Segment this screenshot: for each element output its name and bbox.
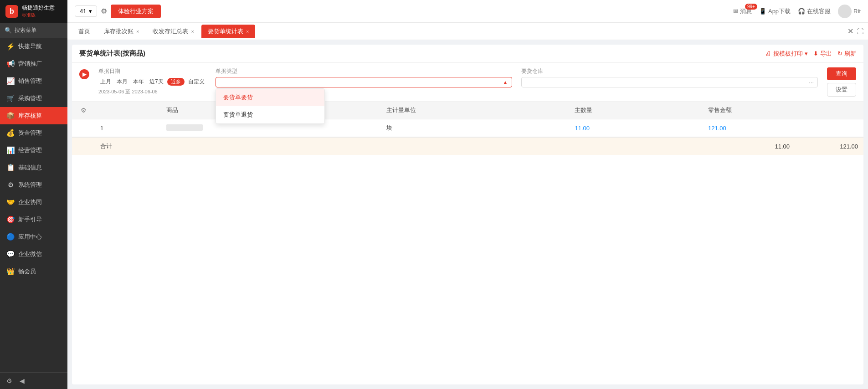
user-profile[interactable]: Rit — [838, 5, 861, 18]
print-icon: 🖨 — [765, 50, 771, 57]
sidebar-item-purchase[interactable]: 🛒采购管理 — [0, 90, 67, 107]
close-all-tabs-button[interactable]: ✕ — [847, 27, 853, 36]
col-amount: 零售金额 — [703, 102, 863, 119]
app-name: 畅捷通好生意 — [22, 5, 55, 12]
sidebar-search-label: 搜索菜单 — [15, 26, 36, 34]
tab-close-inventory-batch[interactable]: × — [136, 29, 139, 34]
cell-quantity: 11.00 — [569, 119, 703, 137]
type-filter-arrow-icon[interactable]: ▲ — [503, 79, 508, 86]
company-selector[interactable]: 41 ▾ — [75, 5, 97, 17]
tab-receive-summary[interactable]: 收发存汇总表× — [146, 25, 200, 38]
sidebar-item-inventory[interactable]: 📦库存核算 — [0, 107, 67, 124]
date-opt-more[interactable]: 近多 — [167, 78, 185, 86]
date-opt-this-year[interactable]: 本年 — [131, 77, 146, 87]
footer-total-label: 合计 — [77, 142, 112, 150]
sidebar-icon-system: ⚙ — [6, 181, 15, 189]
sidebar-icon-purchase: 🛒 — [6, 94, 15, 102]
date-opt-custom[interactable]: 自定义 — [186, 77, 206, 87]
quantity-link[interactable]: 11.00 — [575, 125, 590, 132]
filter-expand-button[interactable]: ▶ — [79, 69, 89, 79]
export-button[interactable]: ⬇ 导出 — [813, 50, 832, 58]
sidebar-nav: ⚡快捷导航📢营销推广📈销售管理🛒采购管理📦库存核算💰资金管理📊经营管理📋基础信息… — [0, 38, 67, 372]
warehouse-more-icon[interactable]: ··· — [809, 79, 814, 86]
avatar — [838, 5, 852, 18]
tab-close-request-summary[interactable]: × — [246, 29, 249, 34]
app-download-button[interactable]: 📱 App下载 — [759, 7, 791, 15]
sidebar-item-quick-nav[interactable]: ⚡快捷导航 — [0, 38, 67, 55]
cell-amount: 121.00 — [703, 119, 863, 137]
footer-amount: 121.00 — [822, 143, 858, 150]
date-filter-label: 单据日期 — [98, 67, 206, 75]
date-opt-last-month[interactable]: 上月 — [98, 77, 113, 87]
topbar-gear-icon[interactable]: ⚙ — [101, 7, 107, 15]
tab-request-summary[interactable]: 要货单统计表× — [201, 25, 255, 38]
warehouse-filter-group: 要货仓库 ··· — [521, 67, 818, 87]
trial-button[interactable]: 体验行业方案 — [111, 5, 161, 18]
sidebar-item-guide[interactable]: 🎯新手引导 — [0, 211, 67, 228]
tab-label-request-summary: 要货单统计表 — [208, 27, 243, 36]
sidebar-item-finance[interactable]: 💰资金管理 — [0, 124, 67, 142]
sidebar-icon-base: 📋 — [6, 164, 15, 172]
main-content: 41 ▾ ⚙ 体验行业方案 ✉ 消息 99+ 📱 App下载 🎧 在线客服 R — [67, 0, 868, 389]
sidebar-item-member[interactable]: 👑畅会员 — [0, 263, 67, 280]
filter-settings-button[interactable]: 设置 — [827, 83, 856, 97]
message-icon: ✉ — [733, 8, 738, 15]
query-button[interactable]: 查询 — [827, 67, 856, 80]
sidebar-label-finance: 资金管理 — [18, 129, 42, 137]
sidebar-item-sales[interactable]: 📈销售管理 — [0, 72, 67, 90]
type-filter-input-row: ▲ — [216, 77, 512, 87]
tab-home[interactable]: 首页 — [72, 25, 97, 38]
sidebar-search[interactable]: 🔍 搜索菜单 — [0, 23, 67, 38]
sidebar-label-operations: 经营管理 — [18, 146, 42, 154]
print-button[interactable]: 🖨 按模板打印 ▾ — [765, 50, 808, 58]
user-name: Rit — [853, 8, 861, 15]
warehouse-input-row: ··· — [521, 77, 818, 87]
col-settings: ⚙ — [72, 102, 95, 119]
topbar-left: 41 ▾ ⚙ 体验行业方案 — [75, 5, 728, 18]
product-placeholder — [166, 124, 203, 131]
sidebar-label-system: 系统管理 — [18, 181, 42, 189]
refresh-icon: ↻ — [837, 50, 842, 57]
sidebar-settings-icon[interactable]: ⚙ — [6, 377, 12, 384]
export-label: 导出 — [820, 50, 832, 58]
footer-quantity: 11.00 — [775, 143, 812, 150]
dropdown-item-request-order[interactable]: 要货单要货 — [216, 89, 324, 106]
app-subtitle: 标准版 — [22, 12, 55, 18]
date-opt-this-month[interactable]: 本月 — [115, 77, 129, 87]
sidebar-item-app-center[interactable]: 🔵应用中心 — [0, 228, 67, 246]
sidebar-collapse-icon[interactable]: ◀ — [20, 377, 25, 384]
page-title: 要货单统计表(按商品) — [79, 49, 145, 58]
sidebar-item-wechat[interactable]: 💬企业微信 — [0, 246, 67, 263]
sidebar-label-member: 畅会员 — [18, 267, 36, 276]
refresh-button[interactable]: ↻ 刷新 — [837, 50, 856, 58]
tab-label-inventory-batch: 库存批次账 — [104, 27, 134, 36]
tab-close-receive-summary[interactable]: × — [191, 29, 194, 34]
company-value: 41 — [80, 8, 86, 15]
online-service-button[interactable]: 🎧 在线客服 — [798, 7, 831, 15]
sidebar-item-marketing[interactable]: 📢营销推广 — [0, 55, 67, 72]
tabs-actions: ✕ ⛶ — [847, 27, 863, 36]
maximize-icon[interactable]: ⛶ — [857, 28, 863, 35]
date-range-display: 2023-05-06 至 2023-06-06 — [98, 88, 206, 95]
cell-unit: 块 — [381, 119, 569, 137]
sidebar-logo: b 畅捷通好生意 标准版 — [0, 0, 67, 23]
sidebar-item-operations[interactable]: 📊经营管理 — [0, 142, 67, 159]
tab-inventory-batch[interactable]: 库存批次账× — [98, 25, 145, 38]
data-table: ⚙ 商品 主计量单位 主数量 零售金额 1 块 11.00 121.00 — [72, 102, 863, 137]
sidebar-label-sales: 销售管理 — [18, 77, 42, 85]
sidebar-item-enterprise[interactable]: 🤝企业协同 — [0, 194, 67, 211]
date-options: 上月 本月 本年 近7天 近多 自定义 — [98, 77, 206, 87]
warehouse-filter-label: 要货仓库 — [521, 67, 818, 75]
amount-link[interactable]: 121.00 — [708, 125, 726, 132]
warehouse-input[interactable] — [525, 79, 809, 86]
messages-button[interactable]: ✉ 消息 99+ — [733, 7, 752, 15]
date-opt-7days[interactable]: 近7天 — [148, 77, 165, 87]
type-filter-input[interactable] — [220, 79, 503, 86]
column-settings-icon[interactable]: ⚙ — [81, 107, 87, 114]
sidebar-item-system[interactable]: ⚙系统管理 — [0, 176, 67, 194]
sidebar-icon-marketing: 📢 — [6, 60, 15, 68]
sidebar-item-base[interactable]: 📋基础信息 — [0, 159, 67, 176]
sidebar-icon-operations: 📊 — [6, 146, 15, 154]
dropdown-item-request-return[interactable]: 要货单退货 — [216, 106, 324, 123]
sidebar-icon-app-center: 🔵 — [6, 233, 15, 241]
